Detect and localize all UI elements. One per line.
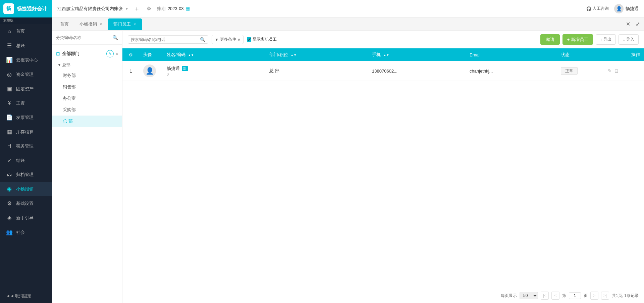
tab-expand-button[interactable]: ⤢: [634, 19, 641, 29]
search-icon: 🔍: [200, 37, 205, 42]
exit-employee-button[interactable]: ⊟: [614, 68, 619, 74]
logo-area: 畅 畅捷通好会计: [0, 0, 52, 17]
assets-icon: ▣: [6, 86, 13, 92]
page-number-input[interactable]: [569, 292, 581, 299]
row-name-cell: 畅捷通 部 0: [163, 61, 265, 81]
mobile-sort-icon: ▲▼: [383, 54, 389, 57]
sidebar-item-label: 工资: [16, 100, 25, 106]
dept-sort-icon: ▲▼: [290, 54, 297, 57]
col-dept[interactable]: 部门/职位 ▲▼: [265, 48, 368, 61]
sidebar-item-close-period[interactable]: ✓ 结账: [0, 153, 52, 168]
sidebar-item-basic-settings[interactable]: ⚙ 基础设置: [0, 196, 52, 211]
sidebar-item-label: 税务管理: [16, 143, 34, 149]
sidebar-item-cloud-reports[interactable]: 📊 云报表中心: [0, 53, 52, 67]
topbar: 江西服宝精品有限责任公司内账张 ▼ ＋ ⚙ 账期 2023-03 ▦ 🎧 人工咨…: [52, 0, 644, 17]
sidebar-item-guide[interactable]: ◈ 新手引导: [0, 211, 52, 225]
support-button[interactable]: 🎧 人工咨询: [586, 6, 609, 11]
show-resigned-checkbox[interactable]: 显示离职员工: [247, 37, 277, 42]
all-departments-item[interactable]: ⊞ 全部部门 ✎ «: [52, 47, 122, 60]
col-settings[interactable]: ⚙: [122, 48, 139, 61]
cancel-fixed-button[interactable]: ◄◄ 取消固定: [0, 289, 52, 303]
sidebar-item-label: 归档管理: [16, 172, 34, 178]
tab-expense-close[interactable]: ×: [99, 22, 103, 27]
logo-title: 畅捷通好会计: [17, 6, 47, 12]
name-code-block: 畅捷通 部 0: [167, 66, 261, 76]
dept-edit-icon[interactable]: ✎: [106, 50, 114, 57]
dept-search-icon[interactable]: 🔍: [112, 35, 118, 40]
dept-section-header: ▼ 总部: [52, 60, 122, 70]
dept-item-sales[interactable]: 销售部: [52, 81, 122, 93]
dept-item-purchasing[interactable]: 采购部: [52, 104, 122, 116]
company-selector[interactable]: 江西服宝精品有限责任公司内账张 ▼: [57, 6, 129, 12]
sidebar-item-funds[interactable]: ◎ 资金管理: [0, 67, 52, 82]
col-actions: 操作: [604, 48, 644, 61]
tab-department-close[interactable]: ×: [133, 22, 137, 27]
sidebar-item-home[interactable]: ⌂ 首页: [0, 24, 52, 38]
tab-department-label: 部门员工: [113, 21, 131, 27]
dept-item-office[interactable]: 办公室: [52, 93, 122, 104]
employee-search-input[interactable]: [131, 37, 198, 42]
tab-close-all-button[interactable]: ✕: [625, 19, 632, 29]
dept-item-general-label: 总 部: [63, 119, 73, 124]
dept-item-finance[interactable]: 财务部: [52, 70, 122, 81]
sidebar-item-label: 资金管理: [16, 72, 34, 78]
salary-icon: ¥: [6, 100, 13, 106]
prev-page-button[interactable]: <: [551, 292, 559, 300]
name-row: 畅捷通 部: [167, 66, 261, 72]
section-label: 总部: [62, 62, 70, 67]
last-page-button[interactable]: >|: [601, 292, 609, 300]
action-buttons: ✎ ⊟: [608, 68, 640, 74]
sidebar-item-tax[interactable]: ⛩ 税务管理: [0, 139, 52, 153]
sidebar-item-label: 发票管理: [16, 115, 34, 121]
export-button[interactable]: ↑ 导出: [596, 34, 616, 45]
pagination-bar: 每页显示 50 100 200 |< < 第 页 > >| 共1页, 1条记录: [122, 288, 644, 303]
sidebar-item-invoice[interactable]: 📄 发票管理: [0, 110, 52, 125]
sidebar-item-label: 首页: [16, 28, 25, 34]
dept-search-input[interactable]: [56, 35, 110, 40]
cancel-fixed-label: ◄◄ 取消固定: [6, 293, 31, 299]
main-area: 江西服宝精品有限责任公司内账张 ▼ ＋ ⚙ 账期 2023-03 ▦ 🎧 人工咨…: [52, 0, 644, 303]
user-menu[interactable]: 👤 畅捷通: [614, 4, 639, 13]
add-company-button[interactable]: ＋: [133, 5, 141, 13]
dept-tree: ⊞ 全部部门 ✎ « ▼ 总部 财务部 销售部 办公室: [52, 45, 122, 303]
gear-icon[interactable]: ⚙: [145, 5, 153, 13]
edit-employee-button[interactable]: ✎: [608, 68, 612, 74]
dept-item-general[interactable]: 总 部: [52, 116, 122, 127]
col-status: 状态: [557, 48, 604, 61]
sidebar-item-salary[interactable]: ¥ 工资: [0, 96, 52, 110]
support-label: 人工咨询: [593, 6, 609, 11]
tab-expense[interactable]: 小畅报销 ×: [74, 18, 108, 30]
sidebar-item-social[interactable]: 👥 社会: [0, 225, 52, 240]
add-employee-button[interactable]: + 新增员工: [562, 34, 593, 45]
col-name-code[interactable]: 姓名/编码 ▲▼: [163, 48, 265, 61]
page-size-select[interactable]: 50 100 200: [520, 292, 538, 299]
sidebar-item-label: 固定资产: [16, 86, 34, 92]
dept-item-purchasing-label: 采购部: [63, 107, 76, 112]
expense-icon: ◉: [6, 186, 13, 192]
sidebar-item-archive[interactable]: 🗂 归档管理: [0, 168, 52, 182]
sidebar-item-fixed-assets[interactable]: ▣ 固定资产: [0, 82, 52, 96]
resigned-checkbox-input[interactable]: [247, 37, 251, 42]
col-mobile-label: 手机: [372, 52, 381, 57]
filter-button[interactable]: ▼ 更多条件 ∨: [212, 35, 244, 44]
invite-button[interactable]: 邀请: [540, 34, 560, 45]
next-page-button[interactable]: >: [590, 292, 598, 300]
collapse-icon[interactable]: «: [116, 51, 118, 56]
tab-home[interactable]: 首页: [55, 18, 74, 30]
employee-dept: 总 部: [269, 68, 279, 73]
name-sort-icon: ▲▼: [188, 54, 194, 57]
import-button[interactable]: ↓ 导入: [619, 34, 639, 45]
first-page-button[interactable]: |<: [541, 292, 549, 300]
sidebar-item-expense[interactable]: ◉ 小畅报销: [0, 182, 52, 196]
employee-mobile: 138070602...: [372, 69, 397, 74]
sidebar-item-general-ledger[interactable]: ☰ 总账: [0, 38, 52, 53]
sidebar-item-label: 云报表中心: [16, 57, 38, 63]
avatar: 👤: [614, 4, 624, 13]
sidebar-item-inventory[interactable]: ▦ 库存核算: [0, 125, 52, 139]
social-icon: 👥: [6, 229, 13, 235]
filter-icon: ▼: [215, 37, 219, 42]
col-mobile[interactable]: 手机 ▲▼: [368, 48, 466, 61]
guide-icon: ◈: [6, 215, 13, 221]
sidebar-item-label: 新手引导: [16, 215, 34, 221]
tab-department[interactable]: 部门员工 ×: [108, 18, 142, 30]
